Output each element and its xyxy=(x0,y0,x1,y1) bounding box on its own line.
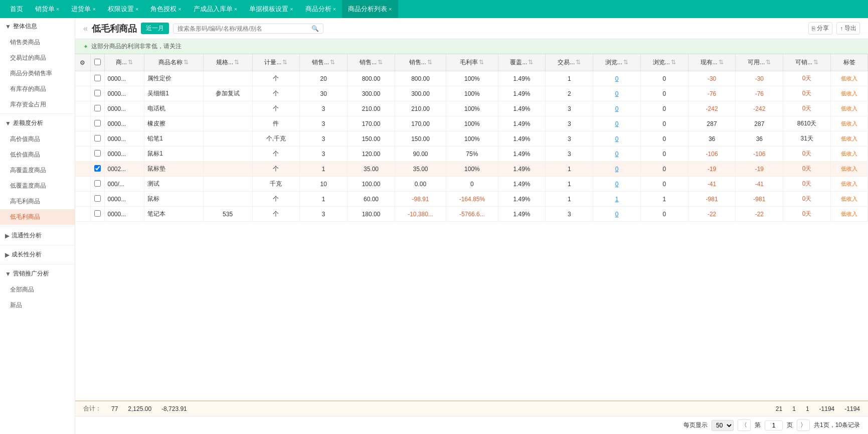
view1-link[interactable]: 1 xyxy=(615,196,619,203)
nav-close-goods-list[interactable]: × xyxy=(389,6,392,12)
view1-link[interactable]: 0 xyxy=(615,151,619,158)
cell-checkbox[interactable] xyxy=(90,131,104,147)
view1-link[interactable]: 0 xyxy=(615,166,619,173)
nav-template[interactable]: 单据模板设置 × xyxy=(243,0,299,18)
sort-icon-spec[interactable]: ⇅ xyxy=(234,59,239,66)
cell-checkbox[interactable] xyxy=(90,162,104,177)
share-button[interactable]: ⎘ 分享 xyxy=(808,22,832,35)
nav-sales-order[interactable]: 销货单 × xyxy=(29,0,65,18)
cell-view1[interactable]: 0 xyxy=(593,131,641,147)
cell-view1[interactable]: 0 xyxy=(593,71,641,86)
sort-icon-margin[interactable]: ⇅ xyxy=(479,59,484,66)
nav-close-permission[interactable]: × xyxy=(135,6,138,12)
view1-link[interactable]: 0 xyxy=(615,90,619,97)
per-page-select[interactable]: 50 xyxy=(712,420,734,431)
sidebar-item-new-goods[interactable]: 新品 xyxy=(0,298,75,313)
sidebar-item-in-stock[interactable]: 有库存的商品 xyxy=(0,81,75,97)
row-checkbox[interactable] xyxy=(94,105,101,111)
sidebar-group-margin[interactable]: ▼ 差额度分析 xyxy=(0,115,75,131)
cell-view1[interactable]: 0 xyxy=(593,207,641,222)
sort-icon-view2[interactable]: ⇅ xyxy=(671,59,676,66)
sidebar-group-growth[interactable]: ▶ 成长性分析 xyxy=(0,246,75,263)
cell-view1[interactable]: 0 xyxy=(593,101,641,116)
sidebar-item-low-margin[interactable]: 低毛利商品 xyxy=(0,209,75,225)
cell-checkbox[interactable] xyxy=(90,192,104,207)
cell-checkbox[interactable] xyxy=(90,71,104,86)
cell-checkbox[interactable] xyxy=(90,116,104,131)
export-button[interactable]: ↑ 导出 xyxy=(836,22,860,35)
sidebar-item-low-coverage[interactable]: 低覆盖度商品 xyxy=(0,178,75,194)
view1-link[interactable]: 0 xyxy=(615,181,619,188)
cell-checkbox[interactable] xyxy=(90,86,104,101)
sidebar-item-stock-fund[interactable]: 库存资金占用 xyxy=(0,97,75,112)
sidebar-group-flow[interactable]: ▶ 流通性分析 xyxy=(0,227,75,244)
sidebar-item-traded-goods[interactable]: 交易过的商品 xyxy=(0,50,75,66)
sort-icon-coverage[interactable]: ⇅ xyxy=(528,59,533,66)
collapse-sidebar-icon[interactable]: « xyxy=(83,24,88,33)
prev-page-btn[interactable]: 〈 xyxy=(738,419,751,431)
cell-view1[interactable]: 1 xyxy=(593,192,641,207)
sidebar-group-marketing[interactable]: ▼ 营销推广分析 xyxy=(0,265,75,282)
sidebar-item-sales-goods[interactable]: 销售类商品 xyxy=(0,35,75,50)
sort-icon-available[interactable]: ⇅ xyxy=(766,59,771,66)
sidebar-item-category-rate[interactable]: 商品分类销售率 xyxy=(0,66,75,81)
sort-icon-name[interactable]: ⇅ xyxy=(184,59,189,66)
cell-checkbox[interactable] xyxy=(90,101,104,116)
nav-close-goods-analysis[interactable]: × xyxy=(333,6,336,12)
sort-icon-price[interactable]: ⇅ xyxy=(378,59,383,66)
search-input[interactable] xyxy=(178,25,311,32)
cell-view1[interactable]: 0 xyxy=(593,162,641,177)
cell-view1[interactable]: 0 xyxy=(593,147,641,162)
nav-role-auth[interactable]: 角色授权 × xyxy=(144,0,187,18)
select-all-checkbox[interactable] xyxy=(94,59,101,65)
sort-icon-unit[interactable]: ⇅ xyxy=(282,59,287,66)
page-input[interactable] xyxy=(765,420,783,430)
nav-product-in[interactable]: 产成品入库单 × xyxy=(188,0,243,18)
cell-view1[interactable]: 0 xyxy=(593,86,641,101)
row-checkbox[interactable] xyxy=(94,210,101,217)
nav-goods-analysis[interactable]: 商品分析 × xyxy=(299,0,342,18)
date-filter-button[interactable]: 近一月 xyxy=(141,23,169,34)
next-page-btn[interactable]: 〉 xyxy=(797,419,810,431)
row-checkbox[interactable] xyxy=(94,180,101,187)
row-checkbox[interactable] xyxy=(94,195,101,202)
cell-checkbox[interactable] xyxy=(90,177,104,192)
sort-icon-sellable[interactable]: ⇅ xyxy=(813,59,818,66)
view1-link[interactable]: 0 xyxy=(615,120,619,127)
search-icon[interactable]: 🔍 xyxy=(311,25,319,32)
nav-close-purchase[interactable]: × xyxy=(92,6,95,12)
sort-icon-qty[interactable]: ⇅ xyxy=(330,59,335,66)
row-checkbox[interactable] xyxy=(94,165,101,172)
sidebar-item-all-goods[interactable]: 全部商品 xyxy=(0,282,75,298)
sort-icon-trade[interactable]: ⇅ xyxy=(576,59,581,66)
cell-view1[interactable]: 0 xyxy=(593,177,641,192)
nav-home[interactable]: 首页 xyxy=(4,0,29,18)
row-checkbox[interactable] xyxy=(94,120,101,126)
nav-close-role[interactable]: × xyxy=(178,6,181,12)
row-checkbox[interactable] xyxy=(94,75,101,81)
th-checkbox[interactable] xyxy=(90,54,104,71)
th-settings[interactable]: ⚙ xyxy=(75,54,90,71)
nav-close-template[interactable]: × xyxy=(290,6,293,12)
nav-close-product[interactable]: × xyxy=(234,6,237,12)
row-checkbox[interactable] xyxy=(94,150,101,157)
nav-close-sales[interactable]: × xyxy=(56,6,59,12)
sort-icon-view1[interactable]: ⇅ xyxy=(623,59,628,66)
row-checkbox[interactable] xyxy=(94,90,101,96)
sidebar-item-high-coverage[interactable]: 高覆盖度商品 xyxy=(0,163,75,178)
row-checkbox[interactable] xyxy=(94,135,101,141)
cell-checkbox[interactable] xyxy=(90,207,104,222)
sidebar-item-high-margin[interactable]: 高毛利商品 xyxy=(0,194,75,209)
sidebar-item-low-value[interactable]: 低价值商品 xyxy=(0,147,75,163)
view1-link[interactable]: 0 xyxy=(615,75,619,82)
nav-goods-analysis-list[interactable]: 商品分析列表 × xyxy=(342,0,398,18)
sidebar-item-high-value[interactable]: 高价值商品 xyxy=(0,131,75,147)
nav-purchase-order[interactable]: 进货单 × xyxy=(65,0,101,18)
view1-link[interactable]: 0 xyxy=(615,211,619,218)
sort-icon-current[interactable]: ⇅ xyxy=(719,59,724,66)
sort-icon-amount[interactable]: ⇅ xyxy=(427,59,432,66)
nav-permission[interactable]: 权限设置 × xyxy=(102,0,144,18)
view1-link[interactable]: 0 xyxy=(615,105,619,112)
cell-checkbox[interactable] xyxy=(90,147,104,162)
cell-view1[interactable]: 0 xyxy=(593,116,641,131)
